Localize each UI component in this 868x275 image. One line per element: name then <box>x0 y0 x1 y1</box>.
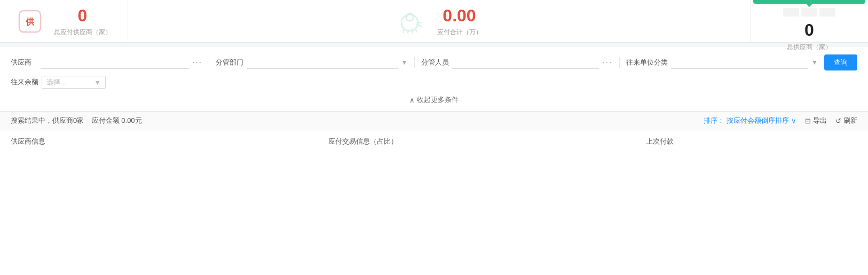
filter-unit-category: 往来单位分类 ▼ <box>626 56 818 69</box>
total-suppliers-label: 总供应商（家） <box>787 43 832 52</box>
collapse-icon: ∧ <box>409 96 415 104</box>
col-payable-header: 应付交易信息（占比） <box>328 137 646 146</box>
filter-row-2: 往来余额 选择... ▼ <box>11 76 857 89</box>
unit-category-arrow[interactable]: ▼ <box>811 59 818 66</box>
stat-payable-total: 0.00 应付合计（万） <box>128 0 751 42</box>
svg-point-6 <box>406 15 408 17</box>
department-label: 分管部门 <box>216 58 243 67</box>
sort-label: 排序： <box>704 116 724 125</box>
results-amount-text: 应付金额 0.00元 <box>92 116 142 124</box>
tooltip-bubble: 快速录单的快捷键说明在这里 × <box>753 0 865 4</box>
export-icon: ⊡ <box>805 117 811 125</box>
filter-row-1: 供应商 ··· 分管部门 ▼ 分管人员 ··· 往来单位分类 ▼ 查询 <box>11 54 857 70</box>
svg-text:供: 供 <box>25 17 35 26</box>
ghost-btn-3 <box>819 8 835 17</box>
total-payable-suppliers-value: 0 <box>78 5 88 26</box>
filter-supplier: 供应商 ··· <box>11 56 202 69</box>
logo-icon: 供 <box>17 8 43 35</box>
balance-placeholder: 选择... <box>46 77 66 87</box>
query-button[interactable]: 查询 <box>824 54 857 70</box>
divider-1 <box>209 57 209 68</box>
collapse-btn[interactable]: ∧ 收起更多条件 <box>11 93 857 107</box>
sort-arrow: ∨ <box>791 117 796 125</box>
results-summary: 搜索结果中，供应商0家 应付金额 0.00元 <box>11 116 142 125</box>
results-summary-text: 搜索结果中，供应商0家 <box>11 116 84 124</box>
payable-total-label: 应付合计（万） <box>437 28 482 37</box>
col-supplier-header: 供应商信息 <box>11 137 328 146</box>
table-body <box>0 153 868 275</box>
person-dots-btn[interactable]: ··· <box>602 58 612 67</box>
table-area: 供应商信息 应付交易信息（占比） 上次付款 <box>0 130 868 275</box>
col-lastpay-header: 上次付款 <box>646 137 858 146</box>
export-btn[interactable]: ⊡ 导出 <box>805 116 827 125</box>
supplier-input[interactable] <box>41 56 189 69</box>
filter-department: 分管部门 ▼ <box>216 56 407 69</box>
person-input[interactable] <box>452 56 599 69</box>
supplier-label: 供应商 <box>11 58 37 67</box>
ghost-btn-2 <box>801 8 817 17</box>
balance-arrow: ▼ <box>94 78 101 87</box>
balance-select[interactable]: 选择... ▼ <box>42 76 106 89</box>
refresh-icon: ↺ <box>835 117 841 125</box>
tooltip-wrapper: 快速录单的快捷键说明在这里 × 0 总供应商（家） <box>753 0 865 52</box>
ghost-buttons <box>783 8 835 17</box>
person-label: 分管人员 <box>421 58 449 67</box>
table-header: 供应商信息 应付交易信息（占比） 上次付款 <box>0 130 868 153</box>
supplier-dots-btn[interactable]: ··· <box>192 58 202 67</box>
ghost-btn-1 <box>783 8 799 17</box>
stat-total-suppliers: 快速录单的快捷键说明在这里 × 0 总供应商（家） <box>751 0 868 42</box>
stat-payable-suppliers: 供 0 总应付供应商（家） <box>0 0 128 42</box>
sort-value: 按应付会额倒序排序 <box>727 116 789 125</box>
sort-select[interactable]: 排序： 按应付会额倒序排序 ∨ <box>704 116 796 125</box>
results-bar: 搜索结果中，供应商0家 应付金额 0.00元 排序： 按应付会额倒序排序 ∨ ⊡… <box>0 112 868 130</box>
tooltip-close-btn[interactable]: × <box>845 0 849 1</box>
total-payable-suppliers-label: 总应付供应商（家） <box>54 28 112 37</box>
refresh-label: 刷新 <box>843 116 857 125</box>
department-arrow[interactable]: ▼ <box>401 59 408 66</box>
refresh-btn[interactable]: ↺ 刷新 <box>835 116 857 125</box>
payable-total-value: 0.00 <box>443 5 476 26</box>
stats-bar: 供 0 总应付供应商（家） 0.00 应付合计（万） <box>0 0 868 43</box>
department-input[interactable] <box>247 56 398 69</box>
total-suppliers-value: 0 <box>804 20 814 40</box>
unit-category-label: 往来单位分类 <box>626 58 668 67</box>
divider-3 <box>619 57 620 68</box>
collapse-text: 收起更多条件 <box>417 95 459 105</box>
balance-label: 往来余额 <box>11 77 38 87</box>
filter-balance: 往来余额 选择... ▼ <box>11 76 106 89</box>
export-label: 导出 <box>813 116 827 125</box>
divider-2 <box>414 57 415 68</box>
filter-person: 分管人员 ··· <box>421 56 613 69</box>
tooltip-text: 快速录单的快捷键说明在这里 <box>759 0 842 2</box>
filter-area: 供应商 ··· 分管部门 ▼ 分管人员 ··· 往来单位分类 ▼ 查询 <box>0 47 868 112</box>
results-actions: 排序： 按应付会额倒序排序 ∨ ⊡ 导出 ↺ 刷新 <box>704 116 857 125</box>
unit-category-input[interactable] <box>671 56 808 69</box>
piggy-icon <box>397 6 427 36</box>
